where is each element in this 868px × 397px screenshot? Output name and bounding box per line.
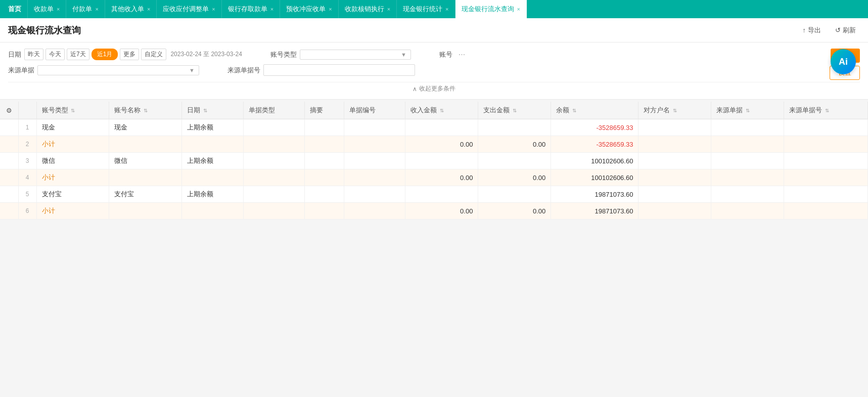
nav-tab-pre-receipt[interactable]: 预收冲应收单 × bbox=[280, 0, 338, 18]
ai-assistant-button[interactable]: Ai bbox=[831, 49, 856, 74]
column-balance-label: 余额 bbox=[556, 106, 569, 114]
row-gear-icon[interactable] bbox=[0, 186, 18, 203]
source-doc-no-input[interactable] bbox=[263, 64, 415, 76]
close-cash-bank-flow-icon[interactable]: × bbox=[517, 6, 520, 12]
column-summary[interactable]: 摘要 bbox=[305, 102, 344, 119]
row-gear-icon[interactable] bbox=[0, 119, 18, 136]
row-number: 2 bbox=[18, 136, 36, 153]
nav-tab-payments[interactable]: 付款单 × bbox=[66, 0, 105, 18]
nav-tab-collection-exec-label: 收款核销执行 bbox=[345, 5, 384, 14]
row-balance: 100102606.60 bbox=[551, 153, 638, 169]
column-account-name[interactable]: 账号名称 ⇅ bbox=[109, 102, 182, 119]
column-gear[interactable]: ⚙ bbox=[0, 102, 18, 119]
row-counterpart bbox=[638, 153, 711, 169]
row-source-doc bbox=[711, 169, 784, 186]
close-bank-deposit-icon[interactable]: × bbox=[270, 6, 273, 12]
column-source-doc-no[interactable]: 来源单据号 ⇅ bbox=[784, 102, 868, 119]
nav-tab-home[interactable]: 首页 bbox=[2, 0, 28, 18]
row-date: 上期余额 bbox=[182, 119, 243, 136]
nav-tab-cash-bank-stats[interactable]: 现金银行统计 × bbox=[397, 0, 455, 18]
date-btn-1month[interactable]: 近1月 bbox=[92, 49, 118, 60]
column-counterpart[interactable]: 对方户名 ⇅ bbox=[638, 102, 711, 119]
data-table: ⚙ 账号类型 ⇅ 账号名称 ⇅ 日期 ⇅ 单据类型 摘要 bbox=[0, 102, 868, 219]
column-doc-no-label: 单据编号 bbox=[349, 106, 376, 114]
column-doc-type[interactable]: 单据类型 bbox=[243, 102, 304, 119]
collapse-bar[interactable]: ∧ 收起更多条件 bbox=[8, 82, 860, 95]
close-other-income-icon[interactable]: × bbox=[147, 6, 150, 12]
close-pre-receipt-icon[interactable]: × bbox=[329, 6, 332, 12]
row-source-doc bbox=[711, 203, 784, 219]
table-row: 2 小计 0.00 0.00 -3528659.33 bbox=[0, 136, 868, 153]
refresh-button[interactable]: ↺ 刷新 bbox=[831, 24, 860, 37]
table-area: ⚙ 账号类型 ⇅ 账号名称 ⇅ 日期 ⇅ 单据类型 摘要 bbox=[0, 102, 868, 219]
date-btn-today[interactable]: 今天 bbox=[45, 49, 65, 60]
nav-tab-cash-bank-stats-label: 现金银行统计 bbox=[403, 5, 442, 14]
table-row: 5 支付宝 支付宝 上期余额 19871073.60 bbox=[0, 186, 868, 203]
column-date[interactable]: 日期 ⇅ bbox=[182, 102, 243, 119]
row-summary bbox=[305, 153, 344, 169]
close-ar-ap-adjust-icon[interactable]: × bbox=[212, 6, 215, 12]
account-dots-button[interactable]: ··· bbox=[455, 50, 468, 59]
header-actions: ↑ 导出 ↺ 刷新 bbox=[799, 24, 860, 37]
account-type-select[interactable]: ▼ bbox=[300, 50, 411, 60]
row-source-doc bbox=[711, 119, 784, 136]
date-btn-7days[interactable]: 近7天 bbox=[67, 49, 89, 60]
nav-tab-other-income[interactable]: 其他收入单 × bbox=[105, 0, 157, 18]
column-doc-type-label: 单据类型 bbox=[249, 106, 275, 114]
source-doc-select[interactable]: ▼ bbox=[37, 65, 199, 75]
row-gear-icon[interactable] bbox=[0, 153, 18, 169]
column-doc-no[interactable]: 单据编号 bbox=[344, 102, 405, 119]
export-label: 导出 bbox=[808, 26, 821, 35]
close-payments-icon[interactable]: × bbox=[95, 6, 98, 12]
row-gear-icon[interactable] bbox=[0, 203, 18, 219]
row-counterpart bbox=[638, 169, 711, 186]
column-expense[interactable]: 支出金额 ⇅ bbox=[478, 102, 551, 119]
date-btn-more[interactable]: 更多 bbox=[120, 49, 139, 60]
column-balance[interactable]: 余额 ⇅ bbox=[551, 102, 638, 119]
row-account-name bbox=[109, 136, 182, 153]
row-summary bbox=[305, 186, 344, 203]
close-receipts-icon[interactable]: × bbox=[57, 6, 60, 12]
row-number: 5 bbox=[18, 186, 36, 203]
column-source-doc-label: 来源单据 bbox=[716, 106, 743, 114]
row-summary bbox=[305, 136, 344, 153]
close-collection-exec-icon[interactable]: × bbox=[387, 6, 390, 12]
column-account-type[interactable]: 账号类型 ⇅ bbox=[36, 102, 109, 119]
account-label: 账号 bbox=[439, 50, 452, 59]
date-btn-yesterday[interactable]: 昨天 bbox=[24, 49, 43, 60]
row-doc-type bbox=[243, 186, 304, 203]
collapse-label: 收起更多条件 bbox=[419, 84, 455, 93]
table-header-row: ⚙ 账号类型 ⇅ 账号名称 ⇅ 日期 ⇅ 单据类型 摘要 bbox=[0, 102, 868, 119]
date-label: 日期 bbox=[8, 50, 21, 59]
nav-tab-ar-ap-adjust[interactable]: 应收应付调整单 × bbox=[157, 0, 221, 18]
row-gear-icon[interactable] bbox=[0, 136, 18, 153]
source-doc-no-label: 来源单据号 bbox=[227, 66, 260, 75]
column-source-doc[interactable]: 来源单据 ⇅ bbox=[711, 102, 784, 119]
row-gear-icon[interactable] bbox=[0, 169, 18, 186]
row-doc-type bbox=[243, 136, 304, 153]
collapse-up-icon: ∧ bbox=[413, 85, 417, 93]
nav-tab-bank-deposit[interactable]: 银行存取款单 × bbox=[222, 0, 280, 18]
close-cash-bank-stats-icon[interactable]: × bbox=[445, 6, 448, 12]
row-account-type: 小计 bbox=[36, 169, 109, 186]
nav-tab-collection-exec[interactable]: 收款核销执行 × bbox=[339, 0, 397, 18]
row-summary bbox=[305, 203, 344, 219]
column-income[interactable]: 收入金额 ⇅ bbox=[405, 102, 478, 119]
date-btn-custom[interactable]: 自定义 bbox=[141, 49, 166, 60]
nav-tab-payments-label: 付款单 bbox=[72, 5, 92, 14]
row-source-doc-no bbox=[784, 153, 868, 169]
row-income bbox=[405, 186, 478, 203]
row-income bbox=[405, 153, 478, 169]
nav-tab-receipts[interactable]: 收款单 × bbox=[28, 0, 66, 18]
row-doc-no bbox=[344, 186, 405, 203]
export-icon: ↑ bbox=[803, 26, 806, 34]
export-button[interactable]: ↑ 导出 bbox=[799, 24, 826, 37]
row-doc-type bbox=[243, 119, 304, 136]
nav-tab-receipts-label: 收款单 bbox=[34, 5, 54, 14]
filter-area: 日期 昨天 今天 近7天 近1月 更多 自定义 2023-02-24 至 202… bbox=[0, 42, 868, 100]
sort-source-doc-no-icon: ⇅ bbox=[825, 108, 829, 113]
nav-tab-cash-bank-flow[interactable]: 现金银行流水查询 × bbox=[455, 0, 527, 18]
nav-tab-home-label: 首页 bbox=[8, 5, 21, 14]
row-account-name: 现金 bbox=[109, 119, 182, 136]
column-income-label: 收入金额 bbox=[410, 106, 437, 114]
